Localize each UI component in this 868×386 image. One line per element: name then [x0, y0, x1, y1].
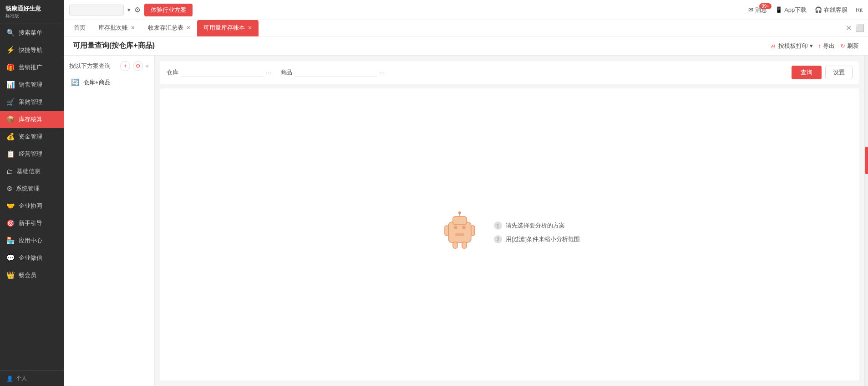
- tabs-bar: 首页 库存批次账 ✕ 收发存汇总表 ✕ 可用量库存账本 ✕ ✕ ⬜: [64, 20, 868, 36]
- sidebar-item-nav[interactable]: ⚡ 快捷导航: [0, 41, 64, 59]
- scrollbar-thumb[interactable]: [865, 147, 868, 174]
- right-scrollbar[interactable]: [864, 56, 868, 386]
- refresh-label: 刷新: [847, 42, 859, 50]
- sidebar-item-label: 企业微信: [19, 254, 42, 262]
- empty-state: 1 请先选择要分析的方案 2 用[过滤]条件来缩小分析范围: [160, 88, 859, 381]
- phone-icon: 📱: [775, 6, 782, 13]
- user-menu[interactable]: Rit: [856, 7, 863, 13]
- content-area: 按以下方案查询 + ⚙ « 🔄 仓库+商品 仓库 ···: [64, 56, 868, 386]
- cart-icon: 🛒: [6, 98, 15, 106]
- product-label: 商品: [280, 68, 292, 77]
- tab-summary-close[interactable]: ✕: [186, 25, 191, 31]
- sidebar-item-operation[interactable]: 📋 经营管理: [0, 145, 64, 163]
- store-icon: 🏪: [6, 237, 15, 245]
- message-badge: 99+: [759, 3, 772, 9]
- hint-text-1: 请先选择要分析的方案: [506, 221, 565, 230]
- svg-point-4: [454, 226, 457, 229]
- filter-action-buttons: 查询 设置: [792, 66, 853, 79]
- filter-header-label: 按以下方案查询: [69, 62, 111, 70]
- info-icon: 🗂: [6, 168, 13, 175]
- warehouse-filter-field: 仓库 ···: [167, 68, 271, 77]
- collapse-panel-button[interactable]: «: [146, 63, 149, 69]
- print-dropdown-icon[interactable]: ▾: [810, 42, 813, 49]
- sidebar-item-purchase[interactable]: 🛒 采购管理: [0, 93, 64, 111]
- main-content: ▾ ⚙ 体验行业方案 ✉ 消息 99+ 📱 App下载 🎧 在线客服 Rit: [64, 0, 868, 386]
- svg-rect-8: [471, 226, 475, 236]
- topbar-search-input[interactable]: [69, 5, 124, 15]
- hint-item-1: 1 请先选择要分析的方案: [494, 221, 580, 230]
- hint-num-1: 1: [494, 221, 502, 230]
- window-buttons: ✕ ⬜: [846, 24, 864, 32]
- sidebar-item-finance[interactable]: 💰 资金管理: [0, 128, 64, 145]
- username-label: Rit: [856, 7, 863, 13]
- filter-icons: + ⚙ «: [120, 61, 149, 71]
- product-input[interactable]: [295, 68, 377, 77]
- money-icon: 💰: [6, 133, 15, 141]
- message-button[interactable]: ✉ 消息 99+: [748, 6, 767, 14]
- sidebar-item-basic[interactable]: 🗂 基础信息: [0, 163, 64, 180]
- tab-available-close[interactable]: ✕: [248, 25, 252, 31]
- headphone-icon: 🎧: [815, 6, 822, 13]
- sidebar-item-marketing[interactable]: 🎁 营销推广: [0, 59, 64, 76]
- empty-hints: 1 请先选择要分析的方案 2 用[过滤]条件来缩小分析范围: [494, 221, 580, 243]
- settings-button[interactable]: 设置: [825, 66, 853, 79]
- add-scheme-button[interactable]: +: [120, 61, 130, 71]
- sidebar-item-label: 销售管理: [19, 81, 42, 89]
- sidebar: 畅康通好生意 标准版 🔍 搜索菜单 ⚡ 快捷导航 🎁 营销推广 📊 销售管理 🛒…: [0, 0, 64, 386]
- window-close-icon[interactable]: ✕: [846, 24, 852, 32]
- app-download-label: App下载: [784, 6, 807, 14]
- sidebar-item-label: 畅会员: [19, 271, 36, 279]
- footer-icon: 👤: [6, 376, 13, 382]
- message-icon: ✉: [748, 6, 753, 13]
- crown-icon: 👑: [6, 271, 15, 279]
- sidebar-item-label: 搜索菜单: [19, 29, 42, 37]
- page-header: 可用量查询(按仓库+商品) 🖨 按模板打印 ▾ ↑ 导出 ↻ 刷新: [64, 36, 868, 56]
- sidebar-item-search[interactable]: 🔍 搜索菜单: [0, 24, 64, 41]
- sidebar-item-member[interactable]: 👑 畅会员: [0, 267, 64, 284]
- sidebar-item-system[interactable]: ⚙ 系统管理: [0, 180, 64, 197]
- warehouse-input[interactable]: [181, 68, 263, 77]
- tab-batch-account[interactable]: 库存批次账 ✕: [92, 20, 142, 36]
- hint-num-2: 2: [494, 235, 502, 243]
- product-filter-field: 商品 ···: [280, 68, 385, 77]
- sidebar-item-enterprise[interactable]: 🤝 企业协同: [0, 197, 64, 215]
- tab-batch-close[interactable]: ✕: [131, 25, 135, 31]
- sidebar-item-label: 资金管理: [19, 133, 42, 141]
- sidebar-item-wechat[interactable]: 💬 企业微信: [0, 249, 64, 267]
- settings-scheme-button[interactable]: ⚙: [133, 61, 143, 71]
- trial-industry-button[interactable]: 体验行业方案: [144, 4, 193, 16]
- hint-item-2: 2 用[过滤]条件来缩小分析范围: [494, 235, 580, 243]
- refresh-icon: ↻: [840, 42, 845, 49]
- sidebar-item-label: 应用中心: [19, 237, 42, 245]
- export-button[interactable]: ↑ 导出: [818, 42, 835, 50]
- topbar-dropdown-icon[interactable]: ▾: [127, 6, 131, 13]
- warehouse-more-icon[interactable]: ···: [266, 69, 271, 76]
- left-filter-panel: 按以下方案查询 + ⚙ « 🔄 仓库+商品: [64, 56, 155, 386]
- sidebar-item-inventory[interactable]: 📦 库存核算: [0, 111, 64, 128]
- product-more-icon[interactable]: ···: [380, 69, 385, 76]
- tab-batch-label: 库存批次账: [98, 24, 128, 32]
- empty-visual: 1 请先选择要分析的方案 2 用[过滤]条件来缩小分析范围: [439, 208, 580, 256]
- topbar-settings-icon[interactable]: ⚙: [134, 5, 141, 14]
- sidebar-item-sales[interactable]: 📊 销售管理: [0, 76, 64, 93]
- print-button[interactable]: 🖨 按模板打印 ▾: [771, 42, 813, 50]
- sidebar-item-label: 新手引导: [19, 219, 42, 227]
- refresh-button[interactable]: ↻ 刷新: [840, 42, 859, 50]
- tab-summary[interactable]: 收发存汇总表 ✕: [142, 20, 197, 36]
- window-maximize-icon[interactable]: ⬜: [855, 24, 864, 32]
- print-label: 按模板打印: [778, 42, 808, 50]
- tab-home[interactable]: 首页: [67, 20, 92, 36]
- scheme-item-warehouse-product[interactable]: 🔄 仓库+商品: [64, 75, 154, 90]
- tab-available-qty[interactable]: 可用量库存账本 ✕: [197, 20, 259, 36]
- sidebar-item-appstore[interactable]: 🏪 应用中心: [0, 232, 64, 249]
- filter-row: 仓库 ··· 商品 ··· 查询 设置: [160, 61, 859, 84]
- brand-name: 畅康通好生意: [5, 5, 58, 13]
- box-icon: 📦: [6, 115, 15, 124]
- tab-home-label: 首页: [74, 24, 86, 32]
- online-service-button[interactable]: 🎧 在线客服: [815, 6, 848, 14]
- query-button[interactable]: 查询: [792, 66, 822, 79]
- app-download-button[interactable]: 📱 App下载: [775, 6, 807, 14]
- sidebar-item-label: 基础信息: [17, 167, 41, 175]
- sidebar-item-label: 快捷导航: [19, 46, 42, 54]
- sidebar-item-guide[interactable]: 🎯 新手引导: [0, 215, 64, 232]
